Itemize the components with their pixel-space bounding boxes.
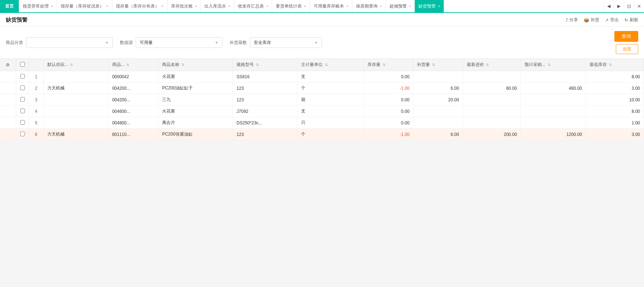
query-button[interactable]: 查询 [614, 31, 638, 42]
td-checkbox [16, 71, 29, 83]
close-tab-4[interactable]: × [195, 4, 197, 8]
tab-label-4: 库存批次账 [171, 3, 193, 9]
row-checkbox[interactable] [20, 85, 25, 90]
td-replenish-qty: 20.00 [413, 94, 463, 106]
close-tab-6[interactable]: × [266, 4, 268, 8]
th-latest-price-label: 最新进价 [467, 62, 484, 67]
th-latest-price[interactable]: 最新进价 ⇅ [463, 59, 521, 71]
nav-close-btn[interactable]: ✕ [634, 0, 644, 13]
td-est-purchase [521, 94, 586, 106]
close-tab-5[interactable]: × [228, 4, 230, 8]
tab-label-7: 要货单统计表 [276, 3, 302, 9]
td-stock-qty: 0.00 [364, 94, 413, 106]
nav-tab-10[interactable]: 超储预警 × [386, 0, 415, 12]
th-gear[interactable]: ⚙ [0, 59, 16, 71]
nav-tab-home[interactable]: 首页 [0, 0, 19, 12]
category-select[interactable]: ▼ [26, 37, 113, 48]
data-table: ⚙ 默认供应... ⇅ 商品... ⇅ 商品名称 [0, 58, 644, 140]
td-min-stock: 8.00 [586, 106, 644, 117]
select-all-checkbox[interactable] [20, 62, 25, 67]
nav-tab-7[interactable]: 要货单统计表 × [272, 0, 310, 12]
nav-tab-3[interactable]: 现存量（库存分布表） × [112, 0, 167, 12]
table-row: 10000042火花塞SS816支0.008.00 [0, 71, 644, 83]
close-tab-11[interactable]: × [438, 4, 440, 8]
nav-tab-8[interactable]: 可用量库存账本 × [310, 0, 352, 12]
th-est-purchase[interactable]: 预计采购... ⇅ [521, 59, 586, 71]
td-unit: 个 [297, 129, 364, 140]
page-content: 缺货预警 ⤴ 分享 📦 补货 ↗ 导出 ↻ 刷新 商品分类 [0, 13, 644, 140]
close-tab-3[interactable]: × [161, 4, 164, 8]
row-checkbox[interactable] [20, 132, 25, 136]
td-latest-price [463, 106, 521, 117]
table-container: ⚙ 默认供应... ⇅ 商品... ⇅ 商品名称 [0, 58, 644, 140]
table-body: 10000042火花塞SS816支0.008.002力天机械004200...P… [0, 71, 644, 140]
tab-label-5: 出入库流水 [204, 3, 226, 9]
share-action[interactable]: ⤴ 分享 [566, 17, 578, 23]
close-tab-1[interactable]: × [51, 4, 53, 8]
nav-prev-btn[interactable]: ◀ [604, 0, 614, 13]
td-est-purchase: 1200.00 [521, 129, 586, 140]
th-product-code[interactable]: 商品... ⇅ [108, 59, 158, 71]
datasource-filter-group: 数据源 可用量 ▼ [120, 37, 222, 48]
td-supplier [43, 106, 108, 117]
nav-restore-btn[interactable]: ⊡ [624, 0, 634, 13]
nav-tab-11[interactable]: 缺货预警 × [415, 0, 444, 12]
datasource-select[interactable]: 可用量 ▼ [136, 37, 222, 48]
table-row: 4004600...火花塞J7092支0.008.00 [0, 106, 644, 117]
refresh-action[interactable]: ↻ 刷新 [625, 17, 638, 23]
th-product-name[interactable]: 商品名称 ⇅ [158, 59, 233, 71]
th-rownum [29, 59, 43, 71]
tab-label-6: 收发存汇总表 [238, 3, 264, 9]
replenish-base-select[interactable]: 安全库存 ▼ [250, 37, 322, 48]
td-checkbox [16, 129, 29, 140]
close-tab-7[interactable]: × [304, 4, 306, 8]
td-replenish-qty [413, 71, 463, 83]
close-tab-9[interactable]: × [380, 4, 382, 8]
row-checkbox[interactable] [20, 97, 25, 102]
nav-tab-5[interactable]: 出入库流水 × [201, 0, 234, 12]
table-row: 2力天机械004200...PC200油缸缸子123个-1.006.0080.0… [0, 83, 644, 94]
export-action[interactable]: ↗ 导出 [605, 17, 619, 23]
tab-label-3: 现存量（库存分布表） [116, 3, 159, 9]
td-latest-price: 80.00 [463, 83, 521, 94]
page-header: 缺货预警 ⤴ 分享 📦 补货 ↗ 导出 ↻ 刷新 [0, 13, 644, 27]
sort-icon-spec: ⇅ [256, 63, 259, 67]
settings-button[interactable]: 设置 [616, 44, 638, 54]
nav-tab-4[interactable]: 库存批次账 × [167, 0, 201, 12]
th-unit[interactable]: 主计量单位 ⇅ [297, 59, 364, 71]
nav-tab-1[interactable]: 拣货异常处理 × [19, 0, 57, 12]
th-default-supplier[interactable]: 默认供应... ⇅ [43, 59, 108, 71]
td-replenish-qty [413, 117, 463, 129]
nav-tab-6[interactable]: 收发存汇总表 × [234, 0, 272, 12]
row-checkbox[interactable] [20, 120, 25, 125]
th-min-stock[interactable]: 最低库存 ⇅ [586, 59, 644, 71]
home-tab-label: 首页 [5, 3, 14, 9]
th-spec-label: 规格型号 [236, 62, 254, 67]
nav-tab-9[interactable]: 保质期查询 × [352, 0, 386, 12]
table-header-row: ⚙ 默认供应... ⇅ 商品... ⇅ 商品名称 [0, 59, 644, 71]
close-tab-10[interactable]: × [409, 4, 411, 8]
td-rownum: 5 [29, 117, 43, 129]
row-checkbox[interactable] [20, 109, 25, 113]
nav-tab-2[interactable]: 现存量（库存状况表） × [57, 0, 112, 12]
close-tab-2[interactable]: × [106, 4, 108, 8]
th-spec[interactable]: 规格型号 ⇅ [233, 59, 297, 71]
th-stock-qty[interactable]: 库存量 ⇅ [364, 59, 413, 71]
td-product-name: PC200张紧油缸 [158, 129, 233, 140]
close-tab-8[interactable]: × [346, 4, 348, 8]
td-stock-qty: 0.00 [364, 106, 413, 117]
td-est-purchase [521, 117, 586, 129]
td-product-name: 火花塞 [158, 71, 233, 83]
td-supplier [43, 117, 108, 129]
th-replenish-qty[interactable]: 补货量 ⇅ [413, 59, 463, 71]
row-checkbox[interactable] [20, 74, 25, 79]
nav-next-btn[interactable]: ▶ [614, 0, 624, 13]
replenish-action[interactable]: 📦 补货 [584, 17, 599, 23]
td-checkbox [16, 94, 29, 106]
td-product-name: PC200油缸缸子 [158, 83, 233, 94]
table-row: 6力天机械801110...PC200张紧油缸123个-1.006.00200.… [0, 129, 644, 140]
sort-icon-est: ⇅ [548, 63, 551, 67]
td-est-purchase [521, 106, 586, 117]
tab-label-8: 可用量库存账本 [314, 3, 344, 9]
td-rownum: 6 [29, 129, 43, 140]
